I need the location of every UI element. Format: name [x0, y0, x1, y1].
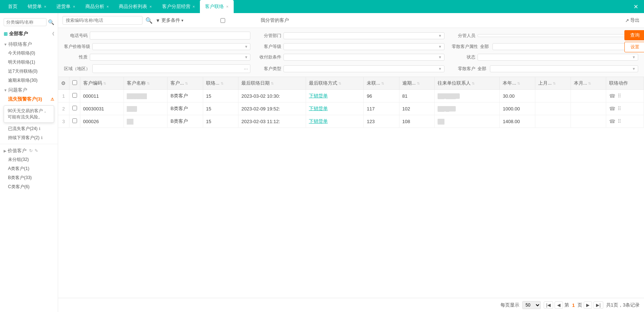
sort-icon-this-year: ⇅ — [517, 81, 520, 85]
search-button[interactable]: 🔍 — [145, 17, 153, 24]
sidebar-item-7days[interactable]: 近7天待联络(0) — [0, 67, 58, 76]
price-grade-select[interactable]: ▼ — [92, 43, 250, 50]
edit-icon[interactable]: ✎ — [35, 148, 38, 153]
sort-contact[interactable]: 联络... ⇅ — [206, 80, 236, 86]
contact-icon[interactable]: ☎ — [609, 93, 615, 99]
sidebar-group-problem[interactable]: ▼ 问题客户 — [0, 85, 58, 94]
sidebar-group-value[interactable]: ▶ 价值客户 ↻ ✎ — [0, 146, 58, 155]
sidebar-item-class-c[interactable]: C类客户(6) — [0, 182, 58, 191]
window-close-button[interactable]: ✕ — [631, 3, 641, 10]
type-select[interactable]: ▼ — [283, 65, 444, 72]
filter-icon: ▼ — [156, 18, 160, 23]
region-more-icon[interactable]: ··· — [244, 66, 248, 72]
export-button[interactable]: ↗ 导出 — [625, 17, 640, 24]
tab-customer-tier[interactable]: 客户分层经营 × — [157, 0, 200, 13]
zero-attr-select[interactable]: ▼ — [492, 43, 638, 50]
contact-icon[interactable]: ☎ — [609, 106, 615, 112]
row-last-contact-way: 下销货单 — [306, 90, 363, 102]
row-contact: 15 — [203, 102, 238, 115]
row-name: ██████ — [124, 90, 167, 102]
sidebar-item-declining[interactable]: 持续下滑客户(2) ℹ — [0, 133, 58, 142]
row-last-contact-date: 2023-03-02 10:30: — [238, 90, 306, 102]
sidebar-item-tomorrow[interactable]: 明天待联络(1) — [0, 58, 58, 67]
sort-name[interactable]: 客户名称 ⇅ — [127, 80, 164, 86]
query-button[interactable]: 查询 — [624, 30, 644, 40]
tab-customer-contact[interactable]: 客户联络 × — [200, 0, 233, 13]
setting-button[interactable]: 设置 — [624, 42, 644, 52]
close-tab-customer-contact[interactable]: × — [226, 0, 228, 13]
row-checkbox[interactable] — [72, 118, 77, 123]
more-conditions-toggle[interactable]: ▼ 更多条件 ▾ — [156, 17, 184, 24]
contact-way-link[interactable]: 下销货单 — [309, 93, 328, 98]
gender-select[interactable]: ▼ — [90, 54, 250, 61]
sidebar-item-class-b[interactable]: B类客户(33) — [0, 173, 58, 182]
grade-select[interactable]: ▼ — [283, 43, 444, 50]
row-contact: 15 — [203, 115, 238, 128]
sort-this-month[interactable]: 本月... ⇅ — [574, 80, 603, 86]
contact-way-link[interactable]: 下销货单 — [309, 106, 328, 111]
tab-analysis[interactable]: 商品分析 × — [80, 0, 114, 13]
sidebar-collapse-icon[interactable]: 《 — [50, 31, 54, 37]
staff-select[interactable] — [478, 34, 631, 37]
row-checkbox[interactable] — [72, 106, 77, 110]
search-input[interactable] — [63, 16, 142, 25]
sort-code[interactable]: 客户编码 ⇅ — [83, 80, 121, 86]
sort-icon-last-date: ⇅ — [271, 81, 274, 85]
sort-type[interactable]: 客户... ⇅ — [170, 80, 200, 86]
region-select[interactable]: ··· — [92, 64, 250, 73]
sidebar-item-class-a[interactable]: A类客户(1) — [0, 164, 58, 173]
phone-input[interactable] — [90, 32, 250, 40]
payment-select[interactable]: ▼ — [283, 54, 444, 61]
sort-contact-person[interactable]: 往来单位联系人 ⇅ — [438, 80, 496, 86]
close-tab-analysis[interactable]: × — [106, 0, 109, 13]
more-actions-icon[interactable]: ⠿ — [617, 106, 621, 112]
refresh-icon[interactable]: ↻ — [29, 148, 33, 153]
sidebar-group-pending[interactable]: ▼ 待联络客户 — [0, 39, 58, 49]
sort-last-month[interactable]: 上月... ⇅ — [538, 80, 568, 86]
sidebar-root-label[interactable]: ⊞ 全部客户 《 — [0, 28, 58, 39]
dept-select[interactable]: ▼ — [283, 32, 444, 39]
close-tab-customer-tier[interactable]: × — [193, 0, 195, 13]
sidebar-item-unclassified[interactable]: 未分组(32) — [0, 155, 58, 164]
close-tab-purchase[interactable]: × — [73, 0, 75, 13]
my-customers-checkbox[interactable]: 我分管的客户 — [186, 17, 289, 24]
tab-purchase[interactable]: 进货单 × — [51, 0, 80, 13]
prev-page-button[interactable]: ◀ — [555, 301, 563, 309]
close-tab-sales[interactable]: × — [44, 0, 46, 13]
page-label: 第 — [564, 302, 569, 308]
filter-region: 区域（地区） ··· — [64, 64, 250, 73]
status-select[interactable]: ▼ — [478, 54, 638, 61]
sort-last-way[interactable]: 最后联络方式 ⇅ — [309, 80, 361, 86]
th-action: 联络动作 — [606, 77, 644, 90]
sort-last-date[interactable]: 最后联络日期 ⇅ — [241, 80, 302, 86]
sort-this-year[interactable]: 本年... ⇅ — [503, 80, 532, 86]
page-size-select[interactable]: 50 100 200 — [522, 301, 541, 309]
more-actions-icon[interactable]: ⠿ — [617, 118, 621, 124]
next-page-button[interactable]: ▶ — [584, 301, 592, 309]
my-customers-check[interactable] — [186, 18, 259, 23]
th-this-month: 本月... ⇅ — [571, 77, 606, 90]
sidebar-search-input[interactable] — [4, 18, 47, 26]
tab-home[interactable]: 首页 — [3, 0, 23, 13]
select-all-checkbox[interactable] — [72, 80, 77, 85]
sidebar-item-churn-warning[interactable]: 流失预警客户(3) ⚠ — [0, 94, 58, 104]
contact-icon[interactable]: ☎ — [609, 118, 615, 124]
sidebar-item-overdue[interactable]: 逾期未联络(30) — [0, 76, 58, 85]
first-page-button[interactable]: |◀ — [544, 301, 553, 309]
current-page-number: 1 — [571, 303, 576, 308]
close-tab-analysis-list[interactable]: × — [149, 0, 152, 13]
zero-customer-select[interactable]: ▼ — [490, 65, 638, 72]
main-layout: 🔍 ⊞ 全部客户 《 ▼ 待联络客户 今天待联络(0) 明天待联络(1) 近7天… — [0, 13, 644, 312]
sort-overdue[interactable]: 逾期... ⇅ — [402, 80, 432, 86]
sort-not-contact[interactable]: 未联... ⇅ — [367, 80, 396, 86]
table-settings-icon[interactable]: ⚙ — [61, 80, 66, 86]
row-checkbox[interactable] — [72, 93, 77, 98]
sidebar-item-churned[interactable]: 已流失客户(24) ℹ — [0, 124, 58, 133]
last-page-button[interactable]: ▶| — [593, 301, 603, 309]
contact-way-link[interactable]: 下销货单 — [309, 118, 328, 124]
tab-sales[interactable]: 销货单 × — [23, 0, 51, 13]
sidebar-item-today[interactable]: 今天待联络(0) — [0, 49, 58, 58]
tab-analysis-list[interactable]: 商品分析列表 × — [114, 0, 157, 13]
filter-type: 客户类型 ▼ — [258, 64, 444, 73]
more-actions-icon[interactable]: ⠿ — [617, 93, 621, 99]
